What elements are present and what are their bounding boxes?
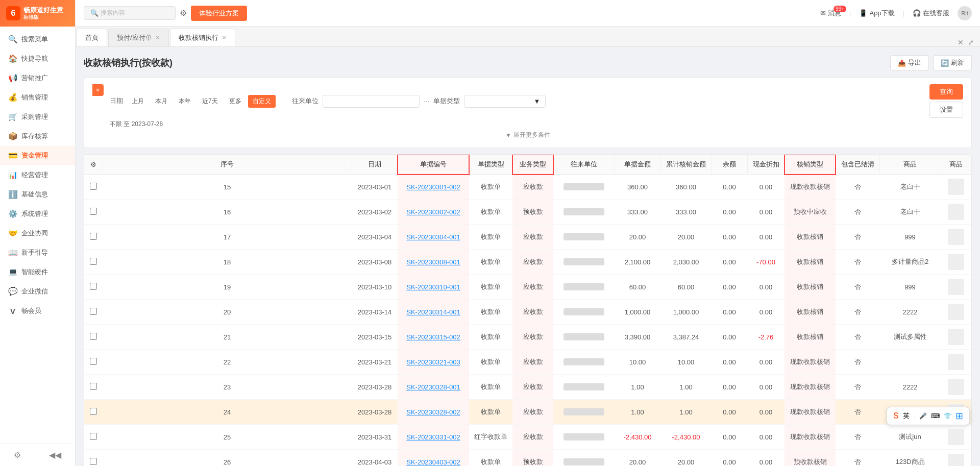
custom-btn[interactable]: 自定义 (248, 95, 276, 108)
col-header-gear[interactable]: ⚙ (84, 155, 103, 175)
col-header-partner: 往来单位 (553, 155, 615, 175)
this-year-btn[interactable]: 本年 (174, 95, 195, 108)
row-date: 2023-04-03 (352, 450, 398, 467)
row-docno[interactable]: SK-20230314-001 (398, 300, 469, 325)
sidebar-item-sales[interactable]: 💰 销售管理 (0, 88, 75, 107)
message-button[interactable]: ✉ 消息 99+ (820, 9, 841, 18)
row-seq: 20 (103, 300, 352, 325)
row-checkbox[interactable] (84, 225, 103, 250)
row-goodsimg (941, 350, 971, 375)
this-month-btn[interactable]: 本月 (151, 95, 172, 108)
last7-btn[interactable]: 近7天 (198, 95, 223, 108)
row-docno[interactable]: SK-20230328-002 (398, 400, 469, 425)
sidebar-item-corp[interactable]: 🤝 企业协同 (0, 224, 75, 243)
settings-filter-button[interactable]: 设置 (929, 102, 963, 118)
keyboard-icon[interactable]: ⌨ (931, 412, 940, 420)
topbar-search[interactable]: 🔍 搜索内容 (84, 6, 176, 20)
row-cumwrite: 1.00 (660, 400, 712, 425)
row-checkbox[interactable] (84, 375, 103, 400)
row-balance: 0.00 (712, 300, 747, 325)
operations-icon: 📊 (8, 170, 17, 180)
query-button[interactable]: 查询 (929, 84, 963, 100)
row-docno[interactable]: SK-20230301-002 (398, 175, 469, 200)
row-docno[interactable]: SK-20230331-002 (398, 425, 469, 450)
sidebar-item-inventory[interactable]: 📦 库存核算 (0, 127, 75, 146)
sidebar-item-wechat[interactable]: 💬 企业微信 (0, 282, 75, 301)
expand-tab-icon[interactable]: ⤢ (968, 38, 974, 46)
mic-icon[interactable]: 🎤 (919, 412, 927, 420)
row-partner (553, 275, 615, 300)
row-seq: 24 (103, 400, 352, 425)
row-date: 2023-03-01 (352, 175, 398, 200)
refresh-button[interactable]: 🔄 刷新 (933, 55, 972, 70)
avatar[interactable]: Rit (958, 6, 972, 20)
row-checkbox[interactable] (84, 400, 103, 425)
row-docno[interactable]: SK-20230310-001 (398, 275, 469, 300)
row-docno[interactable]: SK-20230328-001 (398, 375, 469, 400)
grid-icon[interactable]: ⊞ (955, 410, 963, 422)
export-button[interactable]: 📤 导出 (890, 55, 929, 70)
settings-icon[interactable]: ⚙ (10, 448, 25, 462)
app-download-button[interactable]: 📱 App下载 (859, 9, 894, 18)
col-header-doctype: 单据类型 (469, 155, 512, 175)
col-header-cashdisc: 现金折扣 (747, 155, 785, 175)
sidebar-item-operations[interactable]: 📊 经营管理 (0, 165, 75, 185)
doc-type-select[interactable]: ▼ (464, 95, 546, 108)
shirt-icon[interactable]: 👕 (944, 412, 951, 420)
tab-prepay[interactable]: 预付/应付单 ✕ (108, 29, 169, 46)
row-docno[interactable]: SK-20230403-002 (398, 450, 469, 467)
collapse-icon[interactable]: ◀◀ (45, 448, 65, 462)
prev-month-btn[interactable]: 上月 (127, 95, 149, 108)
col-header-biztype: 业务类型 (512, 155, 553, 175)
row-goods: 老白干 (879, 175, 941, 200)
filter-expand-left-button[interactable]: » (92, 84, 104, 96)
row-checkbox[interactable] (84, 325, 103, 350)
sidebar-item-system[interactable]: ⚙️ 系统管理 (0, 204, 75, 224)
topbar-gear-icon[interactable]: ⚙ (180, 8, 187, 18)
row-docno[interactable]: SK-20230304-001 (398, 225, 469, 250)
row-checkbox[interactable] (84, 300, 103, 325)
row-doctype: 收款单 (469, 325, 512, 350)
sidebar-item-guide[interactable]: 📖 新手引导 (0, 243, 75, 262)
tab-prepay-close[interactable]: ✕ (155, 34, 160, 41)
topbar: 🔍 搜索内容 ⚙ 体验行业方案 ✉ 消息 99+ | 📱 App下载 | 🎧 在… (76, 0, 980, 27)
tab-writeoff[interactable]: 收款核销执行 ✕ (170, 29, 235, 46)
headset-icon: 🎧 (913, 9, 921, 17)
row-docno[interactable]: SK-20230308-001 (398, 250, 469, 275)
solution-button[interactable]: 体验行业方案 (191, 6, 247, 21)
row-checkbox[interactable] (84, 275, 103, 300)
sidebar-item-member[interactable]: V 畅会员 (0, 301, 75, 321)
partner-filter-input[interactable] (323, 95, 420, 108)
row-docno[interactable]: SK-20230321-003 (398, 350, 469, 375)
row-checkbox[interactable] (84, 250, 103, 275)
filter-ellipsis[interactable]: ··· (424, 97, 430, 105)
sidebar-item-basic[interactable]: ℹ️ 基础信息 (0, 185, 75, 204)
row-checkbox[interactable] (84, 425, 103, 450)
page-title: 收款核销执行(按收款) (84, 57, 173, 69)
tab-home[interactable]: 首页 (77, 29, 107, 46)
table-row: 20 2023-03-14 SK-20230314-001 收款单 应收款 1,… (84, 300, 971, 325)
app-logo: 6 畅康道好生意 标推版 (0, 0, 75, 27)
row-seq: 26 (103, 450, 352, 467)
row-checkbox[interactable] (84, 175, 103, 200)
sidebar-item-finance[interactable]: 💳 资金管理 (0, 146, 75, 165)
row-docno[interactable]: SK-20230315-002 (398, 325, 469, 350)
more-btn[interactable]: 更多 (225, 95, 246, 108)
tab-writeoff-close[interactable]: ✕ (222, 34, 227, 41)
online-service-button[interactable]: 🎧 在线客服 (913, 9, 949, 18)
row-docno[interactable]: SK-20230302-002 (398, 200, 469, 225)
expand-more-conditions[interactable]: ▼ 展开更多条件 (92, 129, 963, 141)
row-checkbox[interactable] (84, 200, 103, 225)
row-seq: 22 (103, 350, 352, 375)
row-checkbox[interactable] (84, 450, 103, 467)
sidebar-item-marketing[interactable]: 📢 营销推广 (0, 68, 75, 88)
sidebar-item-quicknav[interactable]: 🏠 快捷导航 (0, 49, 75, 68)
member-icon: V (8, 307, 17, 315)
sidebar-item-purchase[interactable]: 🛒 采购管理 (0, 107, 75, 127)
row-cumwrite: 333.00 (660, 200, 712, 225)
sidebar-item-search[interactable]: 🔍 搜索菜单 (0, 30, 75, 49)
row-checkbox[interactable] (84, 350, 103, 375)
row-cashdisc: 0.00 (747, 200, 785, 225)
close-tab-icon[interactable]: ✕ (958, 38, 964, 46)
sidebar-item-hardware[interactable]: 💻 智能硬件 (0, 262, 75, 282)
